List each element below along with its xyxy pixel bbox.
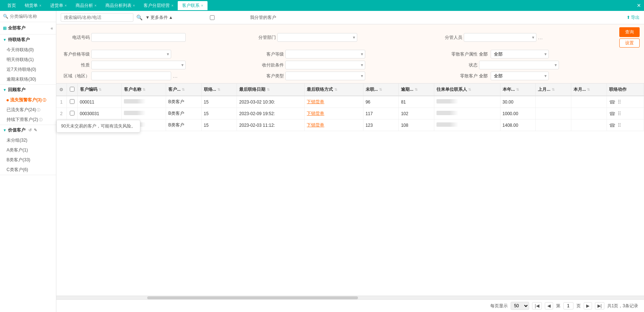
sidebar-item-churned[interactable]: 已流失客户(24) ⓘ xyxy=(0,105,56,115)
sort-year-icon[interactable]: ⇅ xyxy=(516,88,519,92)
my-customers-checkbox[interactable] xyxy=(176,15,249,20)
all-customers-header[interactable]: ⊞ 全部客户 « xyxy=(0,22,56,35)
select-nature[interactable] xyxy=(91,61,186,69)
tab-purchase[interactable]: 进货单 × xyxy=(46,1,71,10)
data-table: ⚙ 客户编码 ⇅ 客户名称 ⇅ 客户... ⇅ 联络... ⇅ 最后联络日期 ⇅… xyxy=(56,84,644,131)
ellipsis-region[interactable]: … xyxy=(173,73,178,79)
row-last-date: 2023-03-02 10:30: xyxy=(237,96,305,108)
window-close-button[interactable]: ✕ xyxy=(637,3,641,8)
scroll-thumb[interactable] xyxy=(147,296,358,299)
sort-contact-icon[interactable]: ⇅ xyxy=(217,88,220,92)
row-uncontacted: 117 xyxy=(363,108,399,119)
label-customer-level: 客户等级 xyxy=(255,51,284,57)
sidebar: 🔍 ⊞ 全部客户 « ▼ 待联络客户 今天待联络(0) 明天待联络(1) 近7天… xyxy=(0,11,56,312)
select-customer-type[interactable] xyxy=(285,72,365,80)
tab-goods-analysis[interactable]: 商品分析 × xyxy=(71,1,101,10)
last-method-link[interactable]: 下销货单 xyxy=(307,122,324,127)
tab-customer-contact[interactable]: 客户联系 × xyxy=(178,1,208,10)
page-number-input[interactable] xyxy=(563,302,573,309)
select-price-level[interactable] xyxy=(91,50,171,58)
input-phone[interactable] xyxy=(91,33,186,42)
close-goods-list-icon[interactable]: × xyxy=(133,4,135,8)
refresh-icon[interactable]: ↺ xyxy=(28,128,32,133)
sidebar-item-class-c[interactable]: C类客户(6) xyxy=(0,165,56,175)
last-page-button[interactable]: ▶| xyxy=(595,302,604,309)
per-page-label: 每页显示 xyxy=(490,303,508,309)
page-size-select[interactable]: 50 100 200 xyxy=(511,302,529,310)
sidebar-search-input[interactable] xyxy=(10,14,56,19)
close-purchase-icon[interactable]: × xyxy=(65,4,67,8)
search-input[interactable] xyxy=(61,13,133,22)
action-more-icon[interactable]: ⠿ xyxy=(617,111,621,117)
action-more-icon[interactable]: ⠿ xyxy=(617,122,621,128)
input-region[interactable] xyxy=(91,72,171,80)
sidebar-item-tomorrow-pending[interactable]: 明天待联络(1) xyxy=(0,55,56,65)
sort-method-icon[interactable]: ⇅ xyxy=(334,88,337,92)
select-person[interactable] xyxy=(464,33,536,42)
sort-overdue-icon[interactable]: ⇅ xyxy=(415,88,418,92)
close-sales-icon[interactable]: × xyxy=(39,4,41,8)
sidebar-item-churn-warning[interactable]: 流失预警客户(3) ⓘ xyxy=(0,95,56,105)
close-customer-contact-icon[interactable]: × xyxy=(201,4,203,8)
row-checkbox[interactable] xyxy=(70,99,75,104)
row-checkbox[interactable] xyxy=(70,111,75,116)
sort-tmonth-icon[interactable]: ⇅ xyxy=(587,88,590,92)
search-button[interactable]: 🔍 xyxy=(136,15,142,20)
action-contact-icon[interactable]: ☎ xyxy=(609,99,615,105)
info-icon-churned: ⓘ xyxy=(37,108,40,113)
sidebar-item-class-a[interactable]: A类客户(1) xyxy=(0,145,56,155)
close-customer-layer-icon[interactable]: × xyxy=(171,4,173,8)
tab-home[interactable]: 首页 xyxy=(3,1,20,10)
sidebar-item-7days-pending[interactable]: 近7天待联络(0) xyxy=(0,65,56,74)
select-customer-level[interactable] xyxy=(285,50,365,58)
row-checkbox-cell xyxy=(67,96,77,108)
action-contact-icon[interactable]: ☎ xyxy=(609,111,615,117)
sort-type-icon[interactable]: ⇅ xyxy=(182,88,185,92)
ellipsis-person[interactable]: … xyxy=(538,35,543,40)
sidebar-item-overdue-pending[interactable]: 逾期未联络(30) xyxy=(0,74,56,84)
sidebar-item-declining[interactable]: 持续下滑客户(2) ⓘ xyxy=(0,115,56,125)
prev-page-button[interactable]: ◀ xyxy=(545,302,553,309)
sort-name-icon[interactable]: ⇅ xyxy=(142,88,145,92)
all-customers-label: 全部客户 xyxy=(8,25,25,31)
export-button[interactable]: ⬆ 导出 xyxy=(627,15,640,21)
select-payment[interactable] xyxy=(285,61,365,69)
sort-uncontacted-icon[interactable]: ⇅ xyxy=(379,88,382,92)
last-method-link[interactable]: 下销货单 xyxy=(307,99,324,104)
action-contact-icon[interactable]: ☎ xyxy=(609,122,615,128)
row-uncontacted: 96 xyxy=(363,96,399,108)
sort-date-icon[interactable]: ⇅ xyxy=(267,88,270,92)
more-filters-button[interactable]: ▼ 更多条件 ▲ xyxy=(145,15,173,21)
edit-icon[interactable]: ✎ xyxy=(34,128,37,133)
select-dept[interactable] xyxy=(277,33,357,42)
select-status[interactable] xyxy=(479,61,559,69)
sidebar-group-value-title[interactable]: ▼ 价值客户 ↺ ✎ xyxy=(0,125,56,135)
first-page-button[interactable]: |◀ xyxy=(532,302,542,309)
next-page-button[interactable]: ▶ xyxy=(584,302,592,309)
sidebar-item-today-pending[interactable]: 今天待联络(0) xyxy=(0,45,56,55)
sort-unit-icon[interactable]: ⇅ xyxy=(468,88,471,92)
sort-code-icon[interactable]: ⇅ xyxy=(98,88,101,92)
select-scatter[interactable]: 全部 xyxy=(491,72,549,80)
tab-sales[interactable]: 销货单 × xyxy=(20,1,46,10)
triangle-icon-churn: ▼ xyxy=(3,88,7,92)
tab-goods-list[interactable]: 商品分析列表 × xyxy=(101,1,140,10)
action-more-icon[interactable]: ⠿ xyxy=(617,99,621,105)
horizontal-scrollbar[interactable] xyxy=(56,296,644,299)
query-button[interactable]: 查询 xyxy=(619,27,640,37)
close-goods-analysis-icon[interactable]: × xyxy=(94,4,97,8)
table-row: 2 00030031 B类客户 15 2023-02-09 19:52: 下销货… xyxy=(56,108,644,119)
sidebar-item-ungrouped[interactable]: 未分组(32) xyxy=(0,135,56,145)
settings-button[interactable]: 设置 xyxy=(619,39,640,48)
my-customers-checkbox-wrap[interactable]: 我分管的客户 xyxy=(176,15,276,21)
sidebar-item-class-b[interactable]: B类客户(33) xyxy=(0,155,56,165)
select-all-checkbox[interactable] xyxy=(70,87,75,92)
sort-lmonth-icon[interactable]: ⇅ xyxy=(552,88,555,92)
sidebar-group-pending-title[interactable]: ▼ 待联络客户 xyxy=(0,35,56,45)
th-settings[interactable]: ⚙ xyxy=(56,84,67,96)
info-icon-declining: ⓘ xyxy=(39,117,43,122)
select-scatter-attr[interactable]: 全部 xyxy=(491,50,549,58)
sidebar-group-churn-title[interactable]: ▼ 回顾客户 xyxy=(0,85,56,95)
tab-customer-layer[interactable]: 客户分层经营 × xyxy=(139,1,178,10)
last-method-link[interactable]: 下销货单 xyxy=(307,111,324,116)
